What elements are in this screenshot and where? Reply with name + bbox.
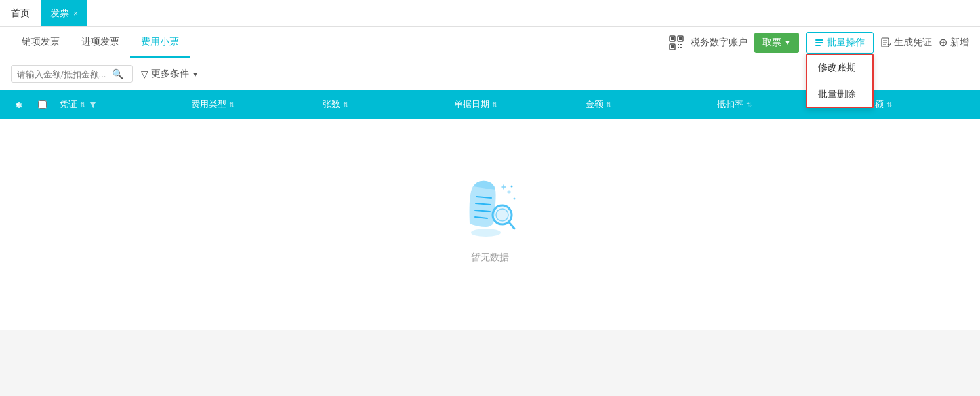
quepiao-label: 取票 xyxy=(762,37,781,49)
sort-icon-count: ⇅ xyxy=(343,101,348,108)
svg-rect-6 xyxy=(678,44,679,45)
th-deduct-rate-label: 抵扣率 xyxy=(717,98,743,111)
svg-line-24 xyxy=(509,222,514,229)
batch-ops-button[interactable]: 批量操作 xyxy=(806,32,874,54)
empty-illustration xyxy=(456,173,524,241)
generate-voucher-button[interactable]: 生成凭证 xyxy=(880,37,932,49)
nav-home[interactable]: 首页 xyxy=(0,0,41,26)
select-all-checkbox[interactable] xyxy=(38,100,47,109)
tab-xiaoxiang[interactable]: 销项发票 xyxy=(11,27,70,58)
batch-dropdown-menu: 修改账期 批量删除 xyxy=(806,54,874,108)
search-wrap: 🔍 xyxy=(11,65,133,83)
batch-ops-icon xyxy=(815,38,824,47)
svg-point-17 xyxy=(471,229,501,237)
add-new-button[interactable]: ⊕ 新增 xyxy=(939,36,969,49)
close-icon[interactable]: × xyxy=(73,9,78,18)
sort-icon-deduct-rate: ⇅ xyxy=(746,101,752,108)
quepiao-button[interactable]: 取票 ▼ xyxy=(754,33,799,53)
svg-rect-3 xyxy=(679,37,682,40)
filter-icon-voucher xyxy=(88,100,98,109)
svg-point-23 xyxy=(496,209,508,221)
svg-rect-5 xyxy=(671,45,674,48)
nav-tab-invoice[interactable]: 发票 × xyxy=(41,0,87,26)
add-icon: ⊕ xyxy=(939,36,947,49)
qr-button[interactable] xyxy=(669,35,684,50)
search-button[interactable]: 🔍 xyxy=(112,68,123,79)
generate-voucher-icon xyxy=(880,37,891,48)
svg-rect-11 xyxy=(815,42,823,43)
empty-state: 暂无数据 xyxy=(0,119,980,291)
th-amount-label: 金额 xyxy=(586,98,603,111)
qr-icon xyxy=(669,35,684,50)
sub-nav-left: 销项发票 进项发票 费用小票 xyxy=(11,27,190,58)
chevron-down-icon: ▼ xyxy=(192,71,199,78)
svg-point-27 xyxy=(511,186,513,188)
empty-text: 暂无数据 xyxy=(471,252,509,264)
generate-voucher-label: 生成凭证 xyxy=(894,37,932,49)
menu-item-change-period[interactable]: 修改账期 xyxy=(807,55,872,81)
sort-icon-deduct-amount: ⇅ xyxy=(886,101,892,108)
add-new-label: 新增 xyxy=(950,37,969,49)
th-amount[interactable]: 金额 ⇅ xyxy=(580,98,712,111)
tab-jinxiang[interactable]: 进项发票 xyxy=(70,27,130,58)
svg-point-25 xyxy=(508,191,511,194)
th-date[interactable]: 单据日期 ⇅ xyxy=(449,98,580,111)
more-filter-button[interactable]: ▽ 更多条件 ▼ xyxy=(141,68,199,80)
settings-icon xyxy=(12,99,23,110)
svg-rect-8 xyxy=(678,47,679,48)
sort-icon-amount: ⇅ xyxy=(606,101,611,108)
sort-icon-date: ⇅ xyxy=(492,101,497,108)
th-voucher-label: 凭证 xyxy=(60,98,77,111)
top-nav: 首页 发票 × xyxy=(0,0,980,27)
more-filter-label: 更多条件 xyxy=(151,68,189,80)
tax-account-button[interactable]: 税务数字账户 xyxy=(691,37,748,49)
th-expense-type-label: 费用类型 xyxy=(191,98,226,111)
tab-feiyong[interactable]: 费用小票 xyxy=(130,27,190,58)
batch-ops-label: 批量操作 xyxy=(827,37,865,49)
batch-ops-wrap: 批量操作 修改账期 批量删除 xyxy=(806,32,874,54)
th-expense-type[interactable]: 费用类型 ⇅ xyxy=(186,98,317,111)
sort-icon-voucher: ⇅ xyxy=(80,101,85,108)
th-voucher[interactable]: 凭证 ⇅ xyxy=(54,98,186,111)
svg-rect-1 xyxy=(671,37,674,40)
nav-tab-label: 发票 xyxy=(50,7,69,20)
sub-nav: 销项发票 进项发票 费用小票 税务数字账户 取票 ▼ xyxy=(0,27,980,58)
th-count[interactable]: 张数 ⇅ xyxy=(317,98,449,111)
search-input[interactable] xyxy=(17,69,112,79)
filter-icon: ▽ xyxy=(141,68,148,79)
svg-rect-12 xyxy=(815,45,821,46)
menu-item-batch-delete[interactable]: 批量删除 xyxy=(807,81,872,107)
sort-icon-expense: ⇅ xyxy=(229,101,234,108)
svg-rect-10 xyxy=(815,39,823,41)
th-date-label: 单据日期 xyxy=(454,98,489,111)
quepiao-arrow: ▼ xyxy=(784,39,791,46)
svg-rect-7 xyxy=(680,44,682,45)
th-settings[interactable] xyxy=(5,99,30,110)
sub-nav-right: 税务数字账户 取票 ▼ 批量操作 修改账期 批量删除 xyxy=(669,32,969,54)
svg-point-26 xyxy=(514,198,516,200)
svg-rect-9 xyxy=(680,47,682,48)
th-count-label: 张数 xyxy=(323,98,340,111)
th-checkbox[interactable] xyxy=(30,100,54,109)
